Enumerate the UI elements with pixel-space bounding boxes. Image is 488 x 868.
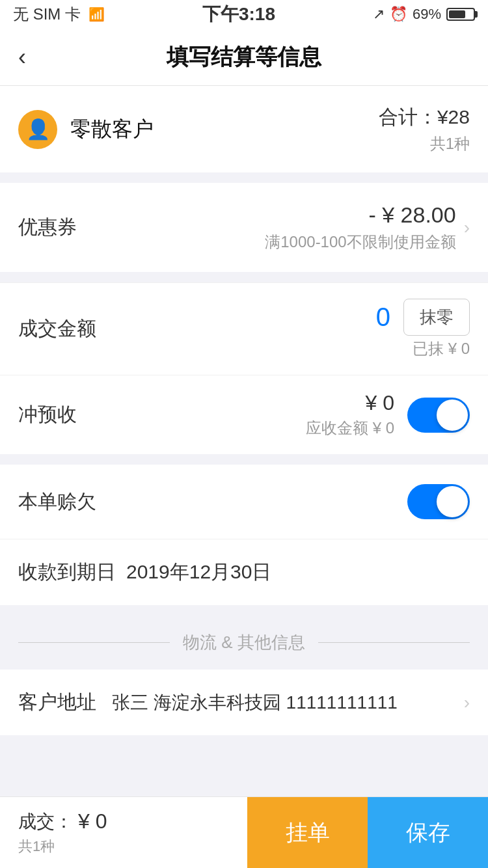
back-button[interactable]: ‹ <box>18 44 26 71</box>
battery-fill <box>449 10 465 18</box>
coupon-section[interactable]: 优惠券 - ¥ 28.00 满1000-100不限制使用金额 › <box>0 183 488 272</box>
coupon-value: - ¥ 28.00 <box>368 202 455 228</box>
coupon-right: - ¥ 28.00 满1000-100不限制使用金额 <box>265 202 455 252</box>
logistics-divider: 物流 & 其他信息 <box>18 631 470 654</box>
coupon-label: 优惠券 <box>18 214 77 241</box>
save-button[interactable]: 保存 <box>368 797 488 869</box>
address-label: 客户地址 <box>18 689 96 716</box>
logistics-line-right <box>318 642 470 643</box>
bottom-count: 共1种 <box>18 837 229 856</box>
location-icon: ↗ <box>373 6 385 23</box>
due-label: 收款到期日 <box>18 559 116 586</box>
divider-3 <box>0 454 488 465</box>
round-button[interactable]: 抹零 <box>403 299 470 336</box>
avatar: 👤 <box>18 110 57 149</box>
avatar-icon: 👤 <box>26 118 50 141</box>
due-content: 收款到期日 2019年12月30日 <box>18 559 470 586</box>
transaction-row: 成交金额 0 抹零 已抹 ¥ 0 <box>0 282 488 375</box>
battery-text: 69% <box>413 6 441 23</box>
status-time: 下午3:18 <box>202 2 275 27</box>
logistics-header: 物流 & 其他信息 <box>0 616 488 670</box>
advance-row: 冲预收 ¥ 0 应收金额 ¥ 0 <box>0 375 488 454</box>
total-count: 共1种 <box>379 133 470 154</box>
divider-4 <box>0 605 488 616</box>
credit-section: 本单赊欠 收款到期日 2019年12月30日 <box>0 465 488 605</box>
advance-toggle[interactable] <box>407 398 470 433</box>
address-value: 张三 海淀永丰科技园 11111111111 <box>112 690 464 715</box>
divider-2 <box>0 272 488 282</box>
customer-name: 零散客户 <box>70 115 154 144</box>
advance-label: 冲预收 <box>18 401 77 428</box>
bottom-deal-label: 成交： <box>18 809 73 834</box>
transaction-sub: 已抹 ¥ 0 <box>413 338 470 359</box>
status-left: 无 SIM 卡 📶 <box>13 4 105 25</box>
address-row[interactable]: 客户地址 张三 海淀永丰科技园 11111111111 › <box>0 670 488 735</box>
divider-1 <box>0 172 488 183</box>
page-title: 填写结算等信息 <box>167 42 321 72</box>
credit-row: 本单赊欠 <box>0 465 488 539</box>
bottom-deal: 成交： ¥ 0 <box>18 809 229 834</box>
transaction-label: 成交金额 <box>18 316 96 342</box>
content: 👤 零散客户 合计：¥28 共1种 优惠券 - ¥ 28.00 满1000-10… <box>0 86 488 868</box>
battery-indicator <box>446 8 475 21</box>
advance-sub-amount: 应收金额 ¥ 0 <box>306 418 394 439</box>
hold-button[interactable]: 挂单 <box>247 797 368 869</box>
transaction-section: 成交金额 0 抹零 已抹 ¥ 0 冲预收 ¥ 0 应收金额 ¥ 0 <box>0 282 488 454</box>
carrier-text: 无 SIM 卡 <box>13 4 81 25</box>
advance-right: ¥ 0 应收金额 ¥ 0 <box>306 391 470 439</box>
credit-toggle-knob <box>437 486 468 517</box>
status-bar: 无 SIM 卡 📶 下午3:18 ↗ ⏰ 69% <box>0 0 488 29</box>
bottom-summary: 成交： ¥ 0 共1种 <box>0 809 247 856</box>
alarm-icon: ⏰ <box>390 6 407 23</box>
coupon-chevron-icon: › <box>464 217 470 238</box>
battery-tip <box>475 11 478 18</box>
address-section: 客户地址 张三 海淀永丰科技园 11111111111 › <box>0 670 488 735</box>
status-right: ↗ ⏰ 69% <box>373 6 475 23</box>
due-date-value: 2019年12月30日 <box>126 559 271 586</box>
due-date-row: 收款到期日 2019年12月30日 <box>0 539 488 605</box>
credit-label: 本单赊欠 <box>18 489 96 515</box>
logistics-text: 物流 & 其他信息 <box>183 631 305 654</box>
transaction-right: 0 抹零 <box>376 299 470 336</box>
customer-section: 👤 零散客户 合计：¥28 共1种 <box>0 86 488 172</box>
credit-toggle[interactable] <box>407 484 470 519</box>
customer-row: 👤 零散客户 合计：¥28 共1种 <box>0 86 488 172</box>
coupon-sub: 满1000-100不限制使用金额 <box>265 232 455 252</box>
customer-left: 👤 零散客户 <box>18 110 154 149</box>
nav-bar: ‹ 填写结算等信息 <box>0 29 488 86</box>
advance-main-amount: ¥ 0 <box>306 391 394 415</box>
wifi-icon: 📶 <box>88 7 105 22</box>
address-chevron-icon: › <box>464 692 470 713</box>
total-amount: 合计：¥28 <box>379 104 470 131</box>
customer-right: 合计：¥28 共1种 <box>379 104 470 154</box>
coupon-row[interactable]: 优惠券 - ¥ 28.00 满1000-100不限制使用金额 › <box>0 183 488 272</box>
bottom-deal-amount: ¥ 0 <box>78 809 107 834</box>
advance-amounts: ¥ 0 应收金额 ¥ 0 <box>306 391 394 439</box>
bottom-bar: 成交： ¥ 0 共1种 挂单 保存 <box>0 796 488 868</box>
toggle-knob <box>437 400 468 431</box>
transaction-value: 0 <box>376 303 390 332</box>
logistics-line-left <box>18 642 170 643</box>
